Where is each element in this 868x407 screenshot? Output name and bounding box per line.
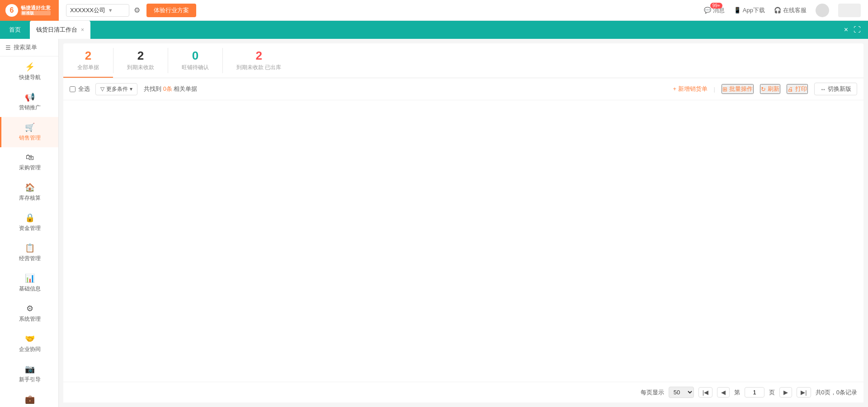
stat-num-all: 2 xyxy=(85,49,91,63)
chevron-down-icon: ▾ xyxy=(109,7,112,14)
search-icon: ☰ xyxy=(5,44,11,51)
logo-version: 标准版 xyxy=(21,11,51,16)
message-badge: 99+ xyxy=(710,3,722,9)
sidebar-search[interactable]: ☰ 搜索菜单 xyxy=(0,39,58,56)
logo-area: 6 畅捷通好生意 标准版 xyxy=(0,0,59,21)
top-bar: 6 畅捷通好生意 标准版 XXXXXX公司 ▾ ⚙ 体验行业方案 💬 消息 99… xyxy=(0,0,868,21)
sidebar-item-system[interactable]: ⚙ 系统管理 xyxy=(0,298,58,328)
stat-tab-shipped[interactable]: 2 到期未收款 已出库 xyxy=(223,43,295,78)
toolbar-divider-1: | xyxy=(714,86,715,93)
stat-label-overdue: 到期未收款 xyxy=(127,64,154,71)
sidebar-item-label: 经营管理 xyxy=(19,255,41,262)
toolbar: 全选 ▽ 更多条件 ▾ 共找到 0条 相关单据 + 新增销货单 | ⊞ 批量操作 xyxy=(63,78,863,100)
stat-tab-pending[interactable]: 0 旺铺待确认 xyxy=(168,43,222,78)
tab-bar-actions: × ⛶ xyxy=(841,24,868,36)
sidebar-item-guide[interactable]: 📷 新手引导 xyxy=(0,359,58,389)
sidebar-item-label: 资金管理 xyxy=(19,225,41,232)
finance-icon: 🔒 xyxy=(25,213,35,223)
prev-page-button[interactable]: ◀ xyxy=(717,387,730,398)
tab-home[interactable]: 首页 xyxy=(0,21,30,39)
total-info: 共0页，0条记录 xyxy=(816,388,857,397)
sidebar-item-sales[interactable]: 🛒 销售管理 xyxy=(0,117,58,147)
print-icon: 🖨 xyxy=(788,86,793,93)
sidebar-item-quick-nav[interactable]: ⚡ 快捷导航 xyxy=(0,56,58,87)
refresh-button[interactable]: ↻ 刷新 xyxy=(760,84,780,94)
switch-version-button[interactable]: ↔ 切换新版 xyxy=(814,83,857,95)
sidebar-item-operations[interactable]: 📋 经营管理 xyxy=(0,238,58,268)
stat-num-overdue: 2 xyxy=(137,49,144,63)
sidebar-item-purchase[interactable]: 🛍 采购管理 xyxy=(0,147,58,177)
message-area[interactable]: 💬 消息 99+ xyxy=(704,6,725,14)
sidebar-item-label: 企业协同 xyxy=(19,346,41,353)
chevron-down-icon: ▾ xyxy=(130,86,132,92)
sidebar-item-marketing[interactable]: 📢 营销推广 xyxy=(0,87,58,117)
tab-label: 钱货日清工作台 xyxy=(36,26,77,34)
filter-label: 更多条件 xyxy=(106,85,128,93)
page-input[interactable] xyxy=(745,387,764,398)
first-page-button[interactable]: |◀ xyxy=(698,387,712,398)
stat-label-shipped: 到期未收款 已出库 xyxy=(236,64,281,71)
sidebar: ☰ 搜索菜单 ⚡ 快捷导航 📢 营销推广 🛒 销售管理 🛍 采购管理 🏠 库存核… xyxy=(0,39,59,407)
next-page-button[interactable]: ▶ xyxy=(779,387,792,398)
user-name-area[interactable] xyxy=(838,4,861,17)
print-button[interactable]: 🖨 打印 xyxy=(787,84,808,94)
batch-label: 批量操作 xyxy=(729,85,753,93)
stats-tabs: 2 全部单据 2 到期未收款 0 旺铺待确认 2 到期未收款 已出库 xyxy=(63,43,863,78)
add-sales-order-button[interactable]: + 新增销货单 xyxy=(673,85,707,93)
sidebar-item-basic-info[interactable]: 📊 基础信息 xyxy=(0,268,58,298)
tab-close-icon[interactable]: × xyxy=(81,27,84,33)
settings-icon[interactable]: ⚙ xyxy=(134,6,140,14)
stat-tab-all[interactable]: 2 全部单据 xyxy=(63,43,113,78)
basic-info-icon: 📊 xyxy=(25,273,35,283)
last-page-button[interactable]: ▶| xyxy=(797,387,811,398)
online-service-btn[interactable]: 🎧 在线客服 xyxy=(774,6,807,14)
trial-button[interactable]: 体验行业方案 xyxy=(146,4,196,17)
close-tab-button[interactable]: × xyxy=(841,24,851,36)
sales-icon: 🛒 xyxy=(25,122,35,132)
found-text: 共找到 0条 相关单据 xyxy=(144,85,197,93)
filter-icon: ▽ xyxy=(100,86,104,92)
search-label: 搜索菜单 xyxy=(14,43,37,51)
quick-nav-icon: ⚡ xyxy=(25,62,35,72)
batch-operation-button[interactable]: ⊞ 批量操作 xyxy=(722,84,754,94)
select-all-area: 全选 xyxy=(70,85,90,93)
inventory-icon: 🏠 xyxy=(25,182,35,192)
avatar[interactable] xyxy=(816,4,829,17)
message-icon: 💬 xyxy=(704,7,711,14)
sidebar-item-label: 系统管理 xyxy=(19,315,41,323)
print-label: 打印 xyxy=(795,85,807,93)
main-layout: ☰ 搜索菜单 ⚡ 快捷导航 📢 营销推广 🛒 销售管理 🛍 采购管理 🏠 库存核… xyxy=(0,39,868,407)
sidebar-item-inventory[interactable]: 🏠 库存核算 xyxy=(0,177,58,207)
marketing-icon: 📢 xyxy=(25,92,35,102)
sidebar-item-label: 快捷导航 xyxy=(19,74,41,81)
switch-label: 切换新版 xyxy=(828,85,851,93)
stat-num-pending: 0 xyxy=(192,49,198,63)
filter-button[interactable]: ▽ 更多条件 ▾ xyxy=(95,83,137,95)
per-page-select[interactable]: 50 20 100 xyxy=(669,387,694,398)
sidebar-item-label: 新手引导 xyxy=(19,376,41,384)
pagination: 每页显示 50 20 100 |◀ ◀ 第 页 ▶ ▶| 共0页，0条记录 xyxy=(63,382,863,402)
sidebar-item-cooperation[interactable]: 🤝 企业协同 xyxy=(0,328,58,359)
company-selector[interactable]: XXXXXX公司 ▾ xyxy=(66,4,129,17)
select-all-checkbox[interactable] xyxy=(70,86,75,92)
page-prefix: 第 xyxy=(734,388,740,397)
app-download-icon: 📱 xyxy=(734,7,741,14)
table-area xyxy=(63,100,863,382)
tab-qhrc[interactable]: 钱货日清工作台 × xyxy=(30,21,90,39)
refresh-icon: ↻ xyxy=(761,86,766,93)
sidebar-item-app-center[interactable]: 💼 应用中心 xyxy=(0,389,58,407)
app-download-btn[interactable]: 📱 App下载 xyxy=(734,6,765,14)
sidebar-item-finance[interactable]: 🔒 资金管理 xyxy=(0,207,58,238)
headset-icon: 🎧 xyxy=(774,7,781,14)
stat-tab-overdue[interactable]: 2 到期未收款 xyxy=(113,43,168,78)
guide-icon: 📷 xyxy=(25,364,35,374)
page-suffix: 页 xyxy=(769,388,775,397)
app-center-icon: 💼 xyxy=(25,394,35,404)
logo-icon: 6 xyxy=(5,4,18,17)
online-service-label: 在线客服 xyxy=(783,6,807,14)
maximize-tab-button[interactable]: ⛶ xyxy=(851,24,863,36)
found-prefix: 共找到 xyxy=(144,85,161,92)
top-right-actions: 💬 消息 99+ 📱 App下载 🎧 在线客服 xyxy=(704,4,861,17)
purchase-icon: 🛍 xyxy=(26,153,34,162)
switch-icon: ↔ xyxy=(820,86,826,93)
